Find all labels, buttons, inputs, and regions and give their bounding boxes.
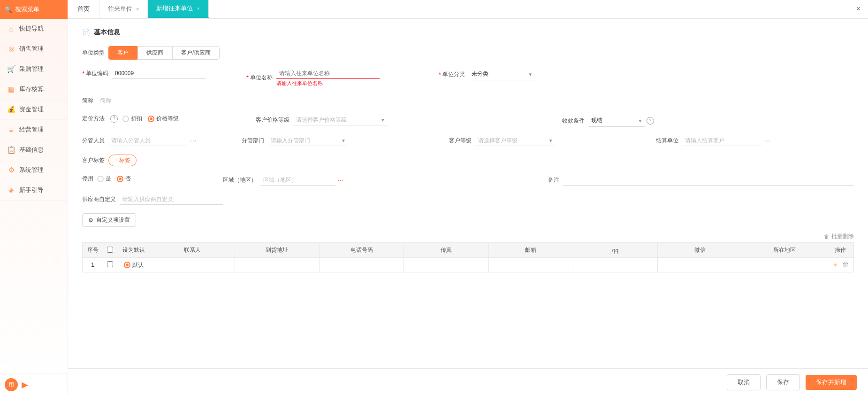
short-name-input[interactable] xyxy=(97,95,200,106)
manager-row: 分管人员 ··· 分管部门 ▼ 客户等级 ▼ xyxy=(82,135,854,146)
dept-wrap[interactable]: ▼ xyxy=(268,135,348,146)
tab-new-partner[interactable]: 新增往来单位 × xyxy=(148,0,208,18)
pricing-level-radio[interactable] xyxy=(148,116,154,122)
save-button[interactable]: 保存 xyxy=(766,374,800,390)
disable-region-row: 停用 是 否 区域（地区） xyxy=(82,175,854,186)
col-fax: 传真 xyxy=(404,243,488,258)
remark-label: 备注 xyxy=(548,176,559,184)
sidebar-item-inventory[interactable]: ▦ 库存核算 xyxy=(0,79,68,100)
phone-input[interactable] xyxy=(323,262,400,268)
cell-address[interactable] xyxy=(235,258,319,272)
user-avatar: 用 xyxy=(5,378,18,391)
sidebar-item-system[interactable]: ⚙ 系统管理 xyxy=(0,160,68,180)
remark-input[interactable] xyxy=(563,175,854,186)
customer-price-level-wrap[interactable]: ▼ xyxy=(293,115,387,125)
pricing-help-icon[interactable]: ? xyxy=(110,115,118,123)
base-info-icon: 📋 xyxy=(7,146,15,154)
cell-default: 默认 xyxy=(117,258,150,272)
disable-yes-option[interactable]: 是 xyxy=(97,175,111,183)
cell-email[interactable] xyxy=(488,258,573,272)
sidebar-item-label: 系统管理 xyxy=(19,166,44,174)
sidebar-item-base-info[interactable]: 📋 基础信息 xyxy=(0,140,68,160)
sidebar-item-purchase[interactable]: 🛒 采购管理 xyxy=(0,59,68,79)
disable-no-dot xyxy=(119,178,122,180)
cell-region-input[interactable] xyxy=(746,262,822,268)
type-btn-supplier[interactable]: 供应商 xyxy=(137,46,172,60)
tab-new-partner-close[interactable]: × xyxy=(197,6,199,11)
dept-input[interactable] xyxy=(268,135,348,146)
sidebar-item-operations[interactable]: ≡ 经营管理 xyxy=(0,120,68,140)
cell-phone[interactable] xyxy=(319,258,404,272)
contact-input[interactable] xyxy=(154,262,230,268)
add-tag-button[interactable]: + 标签 xyxy=(108,155,137,166)
system-icon: ⚙ xyxy=(7,166,15,174)
address-input[interactable] xyxy=(239,262,315,268)
save-and-new-button[interactable]: 保存并新增 xyxy=(806,375,857,390)
cell-contact[interactable] xyxy=(150,258,235,272)
col-checkbox xyxy=(103,243,117,258)
default-radio[interactable] xyxy=(124,262,130,268)
window-close-button[interactable]: × xyxy=(849,0,868,18)
default-radio-item[interactable]: 默认 xyxy=(121,261,146,269)
fax-input[interactable] xyxy=(408,262,484,268)
tag-label: 客户标签 xyxy=(82,156,105,164)
manager-input[interactable] xyxy=(108,135,188,146)
wechat-input[interactable] xyxy=(662,262,738,268)
cell-fax[interactable] xyxy=(404,258,488,272)
email-input[interactable] xyxy=(493,262,569,268)
type-btn-customer[interactable]: 客户 xyxy=(108,46,137,60)
cell-region[interactable] xyxy=(742,258,827,272)
row-checkbox[interactable] xyxy=(107,261,113,267)
col-qq: qq xyxy=(573,243,657,258)
region-more-btn[interactable]: ··· xyxy=(335,176,345,185)
tab-home[interactable]: 首页 xyxy=(68,0,99,18)
customer-level-wrap[interactable]: ▼ xyxy=(475,135,555,146)
settlement-unit-input[interactable] xyxy=(682,135,762,146)
qq-input[interactable] xyxy=(577,262,654,268)
name-input[interactable] xyxy=(276,68,380,79)
pricing-discount-radio[interactable] xyxy=(122,116,129,122)
inventory-icon: ▦ xyxy=(7,85,15,93)
header-checkbox[interactable] xyxy=(107,247,113,253)
disable-yes-radio[interactable] xyxy=(97,176,104,182)
supplier-custom-input[interactable] xyxy=(120,194,223,205)
custom-settings-button[interactable]: ⚙ 自定义项设置 xyxy=(82,213,136,227)
cell-qq[interactable] xyxy=(573,258,657,272)
payment-terms-help-icon[interactable]: ? xyxy=(647,117,654,124)
tab-partners-close[interactable]: × xyxy=(136,6,139,12)
sidebar-item-guide[interactable]: ◈ 新手引导 xyxy=(0,180,68,201)
col-region: 所在地区 xyxy=(742,243,827,258)
customer-level-input[interactable] xyxy=(475,135,555,146)
pricing-label: 定价方法 xyxy=(82,115,105,123)
sidebar-item-quick-nav[interactable]: ⌂ 快捷导航 xyxy=(0,19,68,39)
unit-type-row: 单位类型 客户 供应商 客户/供应商 xyxy=(82,46,854,60)
custom-settings-label: 自定义项设置 xyxy=(96,216,130,224)
batch-delete-label[interactable]: 批量删除 xyxy=(831,233,854,241)
sidebar-search[interactable]: 🔍 搜索菜单 xyxy=(0,0,68,19)
search-icon: 🔍 xyxy=(5,6,12,13)
category-required: * xyxy=(439,71,441,78)
disable-no-option[interactable]: 否 xyxy=(117,175,131,183)
sidebar-item-sales[interactable]: ◎ 销售管理 xyxy=(0,39,68,59)
payment-terms-wrap[interactable]: 现结 ▼ xyxy=(588,115,645,127)
tab-bar: 首页 往来单位 × 新增往来单位 × × xyxy=(68,0,868,19)
cell-action: ＋ 🗑 xyxy=(827,258,853,272)
pricing-level-option[interactable]: 价格等级 xyxy=(148,115,179,123)
row-delete-button[interactable]: 🗑 xyxy=(842,261,849,269)
disable-no-radio[interactable] xyxy=(117,176,123,182)
settlement-unit-more-btn[interactable]: ··· xyxy=(762,137,772,145)
row-add-button[interactable]: ＋ xyxy=(832,261,838,269)
sidebar-item-finance[interactable]: 💰 资金管理 xyxy=(0,100,68,120)
tab-partners[interactable]: 往来单位 × xyxy=(99,0,148,18)
customer-price-level-input[interactable] xyxy=(293,115,387,125)
pricing-discount-option[interactable]: 折扣 xyxy=(122,115,142,123)
cell-wechat[interactable] xyxy=(658,258,742,272)
type-btn-both[interactable]: 客户/供应商 xyxy=(172,46,220,60)
region-input[interactable] xyxy=(260,175,335,186)
code-input[interactable] xyxy=(112,68,206,79)
sidebar-item-label: 基础信息 xyxy=(19,146,44,154)
manager-more-btn[interactable]: ··· xyxy=(188,137,198,145)
cancel-button[interactable]: 取消 xyxy=(727,374,761,390)
name-required: * xyxy=(246,74,249,81)
cell-checkbox xyxy=(103,258,117,272)
